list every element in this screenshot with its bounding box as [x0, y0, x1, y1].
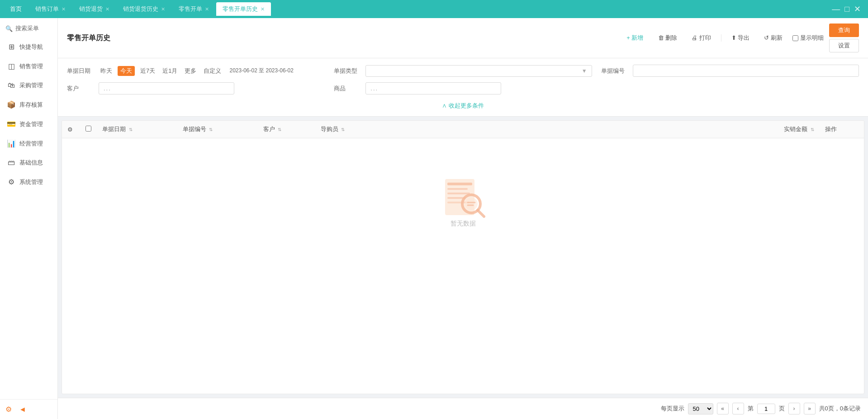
svg-line-8	[478, 210, 484, 217]
per-page-select[interactable]: 10 20 50 100	[688, 403, 713, 414]
date-opt-more[interactable]: 更多	[183, 66, 198, 76]
sidebar-item-operations[interactable]: 📊 经营管理	[0, 134, 57, 153]
goods-select[interactable]: ...	[365, 82, 501, 94]
sidebar-item-sys-mgmt[interactable]: ⚙ 系统管理	[0, 172, 57, 192]
tab-sales-return-history[interactable]: 销货退货历史 ✕	[117, 2, 171, 16]
sidebar-settings-icon[interactable]: ⚙	[5, 405, 12, 414]
date-opt-custom[interactable]: 自定义	[202, 66, 223, 76]
display-detail-label[interactable]: 显示明细	[792, 34, 824, 42]
page-number-input[interactable]	[757, 404, 775, 414]
page-word: 第	[748, 405, 754, 413]
filter-row-2: 客户 ... 商品 ...	[67, 82, 859, 94]
search-icon: 🔍	[5, 25, 13, 32]
sidebar-search[interactable]: 🔍 搜索采单	[0, 18, 57, 37]
th-ops-label: 操作	[825, 126, 837, 132]
sort-guide-icon: ⇅	[341, 127, 345, 132]
last-page-btn[interactable]: »	[804, 403, 816, 414]
tab-retail-open-close[interactable]: ✕	[205, 6, 209, 12]
svg-rect-1	[447, 183, 472, 185]
tab-home[interactable]: 首页	[4, 2, 28, 16]
date-opt-month[interactable]: 近1月	[161, 66, 179, 76]
sidebar-item-inventory[interactable]: 📦 库存核算	[0, 95, 57, 114]
next-page-btn[interactable]: ›	[788, 403, 800, 414]
collapse-bar[interactable]: ∧ 收起更多条件	[67, 100, 859, 110]
finance-icon: 💳	[7, 120, 16, 128]
date-opt-yesterday[interactable]: 昨天	[99, 66, 114, 76]
sidebar-item-quick-nav-label: 快捷导航	[19, 43, 43, 51]
toolbar: + 新增 🗑 删除 🖨 打印 ⬆ 导出 ↺ 刷新 显示明细 查询 设置	[622, 24, 859, 52]
pagination-summary: 共0页，0条记录	[819, 405, 861, 413]
th-date-label: 单据日期	[102, 126, 126, 132]
sort-no-icon: ⇅	[209, 127, 213, 132]
customer-filter-label: 客户	[67, 85, 94, 93]
tab-sales-return-history-close[interactable]: ✕	[161, 6, 165, 12]
tab-sales-order-close[interactable]: ✕	[62, 6, 66, 12]
sort-customer-icon: ⇅	[278, 127, 281, 132]
sidebar-item-quick-nav[interactable]: ⊞ 快捷导航	[0, 37, 57, 56]
data-table: ⚙ 单据日期 ⇅ 单据编号 ⇅	[62, 121, 864, 264]
tab-retail-open[interactable]: 零售开单 ✕	[172, 2, 215, 16]
tab-sales-return-close[interactable]: ✕	[105, 6, 109, 12]
pagination-bar: 每页显示 10 20 50 100 « ‹ 第 页 › » 共0页，0条记录	[58, 398, 868, 419]
date-options: 昨天 今天 近7天 近1月 更多 自定义	[99, 66, 223, 76]
tab-sales-order[interactable]: 销售订单 ✕	[29, 2, 72, 16]
first-page-btn[interactable]: «	[717, 403, 729, 414]
refresh-button[interactable]: ↺ 刷新	[759, 32, 787, 44]
tab-retail-open-history[interactable]: 零售开单历史 ✕	[216, 2, 271, 16]
print-button[interactable]: 🖨 打印	[687, 32, 716, 44]
query-settings-group: 查询 设置	[829, 24, 859, 52]
page-header: 零售开单历史 + 新增 🗑 删除 🖨 打印 ⬆ 导出 ↺ 刷新 显示明细 查询 …	[58, 18, 868, 58]
th-checkbox[interactable]	[80, 121, 97, 138]
window-controls: — □ ✕	[832, 4, 864, 14]
prev-page-btn[interactable]: ‹	[732, 403, 744, 414]
export-button[interactable]: ⬆ 导出	[727, 32, 754, 44]
close-btn[interactable]: ✕	[854, 4, 861, 14]
sidebar-item-operations-label: 经营管理	[19, 140, 43, 148]
sidebar-item-sys-mgmt-label: 系统管理	[19, 178, 43, 186]
tab-home-label: 首页	[10, 5, 22, 13]
tab-retail-open-history-close[interactable]: ✕	[261, 6, 265, 12]
settings-button[interactable]: 设置	[829, 39, 859, 52]
sidebar-item-sales-mgmt[interactable]: ◫ 销售管理	[0, 56, 57, 76]
sidebar-item-finance[interactable]: 💳 资金管理	[0, 114, 57, 134]
quick-nav-icon: ⊞	[7, 42, 16, 51]
add-button[interactable]: + 新增	[622, 32, 648, 44]
tab-retail-open-label: 零售开单	[179, 5, 202, 13]
select-all-checkbox[interactable]	[85, 126, 91, 132]
sidebar-item-inventory-label: 库存核算	[19, 101, 43, 109]
date-range-display: 2023-06-02 至 2023-06-02	[229, 67, 293, 75]
date-opt-today[interactable]: 今天	[118, 66, 135, 76]
operations-icon: 📊	[7, 139, 16, 148]
purchase-mgmt-icon: 🛍	[7, 81, 16, 89]
doc-type-select[interactable]: ▼	[365, 65, 592, 77]
delete-button[interactable]: 🗑 删除	[654, 32, 682, 44]
sidebar-collapse-icon[interactable]: ◄	[19, 405, 26, 414]
table-header-row: ⚙ 单据日期 ⇅ 单据编号 ⇅	[62, 121, 864, 138]
customer-select[interactable]: ...	[99, 82, 234, 94]
maximize-btn[interactable]: □	[844, 5, 849, 14]
th-customer[interactable]: 客户 ⇅	[258, 121, 315, 138]
th-amount[interactable]: 实销金额 ⇅	[739, 121, 820, 138]
query-button[interactable]: 查询	[829, 24, 859, 37]
th-date[interactable]: 单据日期 ⇅	[97, 121, 177, 138]
th-settings[interactable]: ⚙	[62, 121, 80, 138]
sidebar-item-sales-mgmt-label: 销售管理	[19, 62, 43, 71]
th-guide[interactable]: 导购员 ⇅	[315, 121, 384, 138]
sidebar-item-basic-info[interactable]: 🗃 基础信息	[0, 153, 57, 172]
table-empty-cell: 暂无数据	[62, 138, 864, 264]
tab-sales-return-history-label: 销货退货历史	[123, 5, 158, 13]
goods-filter-label: 商品	[334, 85, 361, 93]
th-ops: 操作	[820, 121, 864, 138]
tab-sales-return[interactable]: 销货退货 ✕	[73, 2, 116, 16]
display-detail-checkbox[interactable]	[792, 35, 798, 41]
doc-no-input[interactable]	[633, 65, 859, 77]
th-no-label: 单据编号	[183, 126, 206, 132]
sales-mgmt-icon: ◫	[7, 62, 16, 71]
th-no[interactable]: 单据编号 ⇅	[177, 121, 258, 138]
tab-retail-open-history-label: 零售开单历史	[223, 5, 258, 13]
date-opt-7days[interactable]: 近7天	[138, 66, 157, 76]
goods-placeholder: ...	[370, 85, 378, 92]
sidebar-item-purchase-mgmt[interactable]: 🛍 采购管理	[0, 76, 57, 95]
minimize-btn[interactable]: —	[832, 5, 840, 14]
empty-illustration	[436, 174, 490, 220]
